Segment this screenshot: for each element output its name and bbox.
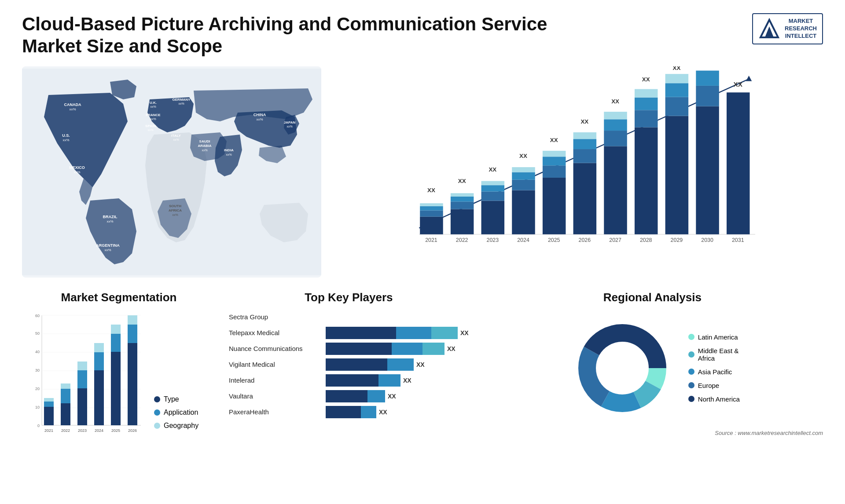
svg-rect-124: [77, 370, 87, 388]
svg-text:XX: XX: [703, 66, 711, 68]
svg-text:2022: 2022: [456, 237, 468, 243]
bar-2025: XX 2025: [543, 137, 566, 243]
player-bar-paxera: XX: [326, 406, 469, 418]
svg-text:2028: 2028: [640, 237, 652, 243]
player-bar-nuance: XX: [326, 343, 469, 355]
svg-rect-68: [573, 163, 597, 234]
svg-rect-44: [451, 209, 474, 234]
svg-rect-132: [111, 334, 121, 352]
donut-chart-svg: [565, 311, 680, 425]
map-container: CANADA xx% U.S. xx% MEXICO xx% BRAZIL xx…: [22, 66, 321, 278]
svg-rect-131: [111, 352, 121, 425]
svg-text:INDIA: INDIA: [224, 148, 234, 152]
svg-rect-123: [77, 388, 87, 425]
svg-text:2025: 2025: [111, 428, 120, 433]
player-name-telepaxx: Telepaxx Medical: [229, 329, 321, 336]
bar-2028: XX 2028: [635, 76, 658, 243]
svg-rect-81: [635, 110, 658, 127]
svg-text:xx%: xx%: [73, 170, 80, 174]
player-xx-paxera: XX: [379, 409, 387, 416]
player-name-vaultara: Vaultara: [229, 392, 321, 400]
svg-text:2022: 2022: [61, 428, 70, 433]
player-xx-vaultara: XX: [388, 393, 396, 400]
reg-dot-latin-america: [688, 334, 694, 340]
player-bar-vaultara: XX: [326, 390, 469, 402]
svg-marker-37: [746, 76, 752, 81]
svg-text:xx%: xx%: [287, 125, 292, 128]
regional-title: Regional Analysis: [482, 291, 823, 304]
svg-rect-75: [604, 131, 627, 146]
legend-type: Type: [154, 395, 198, 403]
svg-rect-70: [573, 139, 597, 149]
svg-rect-51: [481, 191, 505, 201]
source-line: Source : www.marketresearchintellect.com: [482, 430, 823, 436]
svg-rect-97: [727, 92, 750, 234]
svg-rect-77: [604, 112, 627, 119]
reg-label-europe: Europe: [698, 382, 719, 389]
top-section: CANADA xx% U.S. xx% MEXICO xx% BRAZIL xx…: [22, 66, 823, 278]
svg-text:2026: 2026: [128, 428, 137, 433]
svg-text:60: 60: [35, 314, 40, 318]
player-name-intelerad: Intelerad: [229, 376, 321, 384]
svg-text:XX: XX: [427, 187, 435, 194]
svg-rect-135: [128, 343, 137, 425]
key-players-title: Top Key Players: [224, 291, 473, 304]
svg-text:XX: XX: [580, 118, 588, 125]
key-players-container: Top Key Players Sectra Group Telepaxx Me…: [224, 291, 473, 467]
logo-icon: [758, 18, 780, 40]
svg-text:2024: 2024: [95, 428, 103, 433]
reg-dot-middle-east: [688, 351, 694, 358]
reg-label-middle-east: Middle East &Africa: [698, 347, 739, 362]
player-name-sectra: Sectra Group: [229, 313, 321, 321]
legend-label-type: Type: [164, 395, 179, 403]
svg-text:ITALY: ITALY: [171, 134, 181, 138]
svg-rect-46: [451, 197, 474, 201]
reg-label-asia-pacific: Asia Pacific: [698, 368, 732, 376]
svg-rect-58: [512, 172, 535, 179]
svg-text:U.K.: U.K.: [150, 101, 157, 105]
svg-rect-47: [451, 193, 474, 197]
bar-2022: XX 2022: [451, 178, 474, 243]
svg-text:0: 0: [37, 424, 40, 428]
svg-text:XX: XX: [550, 137, 558, 143]
bar-2031: 2031 XX: [727, 80, 750, 243]
svg-rect-59: [512, 167, 535, 172]
svg-text:GERMANY: GERMANY: [173, 98, 191, 102]
svg-text:SAUDI: SAUDI: [199, 139, 210, 143]
svg-rect-80: [635, 127, 658, 234]
svg-text:2031: 2031: [732, 237, 744, 243]
player-row-vaultara: Vaultara XX: [229, 390, 469, 402]
svg-rect-117: [44, 398, 54, 402]
svg-rect-88: [665, 83, 689, 97]
legend-label-application: Application: [164, 409, 198, 416]
page-title: Cloud-Based Picture Archiving and Commun…: [22, 13, 547, 58]
reg-dot-asia-pacific: [688, 369, 694, 375]
svg-rect-39: [420, 210, 443, 216]
svg-text:ARABIA: ARABIA: [198, 144, 211, 148]
player-name-paxera: PaxeraHealth: [229, 408, 321, 416]
svg-rect-53: [481, 181, 505, 185]
segmentation-title: Market Segmentation: [22, 291, 216, 304]
svg-rect-38: [420, 217, 443, 234]
svg-rect-129: [94, 343, 104, 352]
svg-rect-120: [61, 389, 70, 403]
svg-text:2025: 2025: [548, 237, 560, 243]
svg-point-144: [597, 343, 648, 394]
svg-text:xx%: xx%: [202, 149, 207, 152]
svg-text:2030: 2030: [701, 237, 713, 243]
reg-legend-middle-east: Middle East &Africa: [688, 347, 740, 362]
player-bar-paxera-bar: [326, 406, 376, 418]
player-bar-vigilant-bar: [326, 358, 414, 371]
bar-2024: XX 2024: [512, 153, 535, 243]
player-xx-telepaxx: XX: [460, 329, 469, 336]
bar-2029: XX 2029: [665, 66, 689, 243]
svg-text:2029: 2029: [671, 237, 683, 243]
legend-dot-geography: [154, 423, 160, 429]
reg-legend-latin-america: Latin America: [688, 333, 740, 341]
svg-text:U.S.: U.S.: [62, 133, 70, 138]
svg-rect-83: [635, 89, 658, 97]
reg-label-north-america: North America: [698, 395, 740, 403]
svg-text:2023: 2023: [487, 237, 499, 243]
bar-2021: XX 2021: [420, 187, 443, 243]
svg-text:AFRICA: AFRICA: [169, 208, 182, 212]
